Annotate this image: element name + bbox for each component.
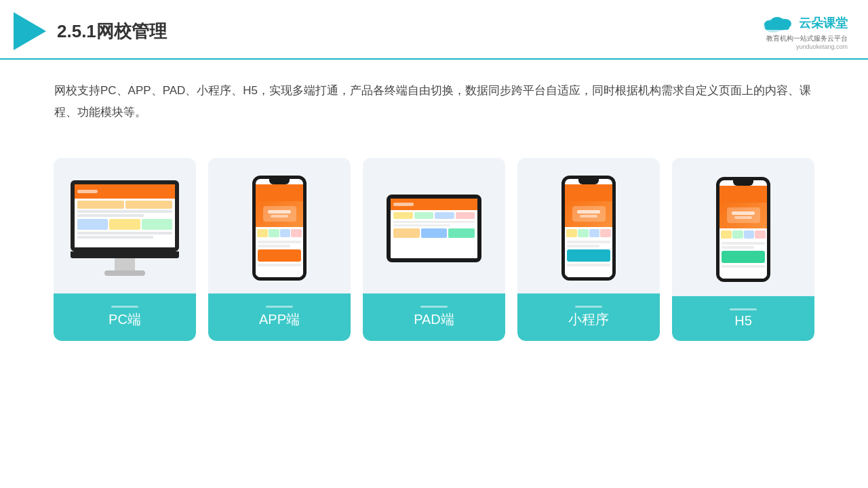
label-bar <box>266 306 293 308</box>
card-pad-label: PAD端 <box>363 293 505 341</box>
logo-triangle-icon <box>14 12 46 50</box>
svg-rect-5 <box>765 24 789 30</box>
card-app: APP端 <box>208 158 351 341</box>
pc-monitor-icon <box>71 180 179 276</box>
card-pad: PAD端 <box>363 158 505 341</box>
card-mini: 小程序 <box>517 158 660 341</box>
description-text: 网校支持PC、APP、PAD、小程序、H5，实现多端打通，产品各终端自由切换，数… <box>0 60 868 138</box>
page-title: 2.5.1网校管理 <box>57 20 167 43</box>
brand-tagline: 教育机构一站式服务云平台 <box>766 34 848 43</box>
cloud-icon <box>760 12 795 34</box>
card-pc-image <box>54 158 196 293</box>
label-bar <box>420 306 448 308</box>
brand-icon: 云朵课堂 <box>760 12 848 34</box>
card-h5-image <box>672 158 814 296</box>
phone-h5-icon <box>716 177 770 282</box>
card-pc: PC端 <box>54 158 196 341</box>
header: 2.5.1网校管理 云朵课堂 教育机构一站式服务云平台 yunduoketang… <box>0 0 868 60</box>
label-bar <box>575 306 602 308</box>
label-bar <box>730 308 757 310</box>
card-h5-label: H5 <box>672 296 814 341</box>
brand-name: 云朵课堂 <box>799 15 848 31</box>
header-right: 云朵课堂 教育机构一站式服务云平台 yunduoketang.com <box>760 12 848 50</box>
card-h5: H5 <box>672 158 814 341</box>
card-app-image <box>208 158 351 293</box>
tablet-icon <box>387 195 481 262</box>
card-mini-label: 小程序 <box>517 293 660 341</box>
label-bar <box>111 306 138 308</box>
brand-url: yunduoketang.com <box>796 43 848 50</box>
cards-container: PC端 <box>0 144 868 354</box>
phone-mini-icon <box>561 176 616 281</box>
card-pc-label: PC端 <box>54 293 196 341</box>
header-left: 2.5.1网校管理 <box>14 12 167 50</box>
card-pad-image <box>363 158 505 293</box>
card-mini-image <box>517 158 660 293</box>
phone-app-icon <box>252 176 307 281</box>
brand-logo: 云朵课堂 教育机构一站式服务云平台 yunduoketang.com <box>760 12 848 50</box>
card-app-label: APP端 <box>208 293 351 341</box>
